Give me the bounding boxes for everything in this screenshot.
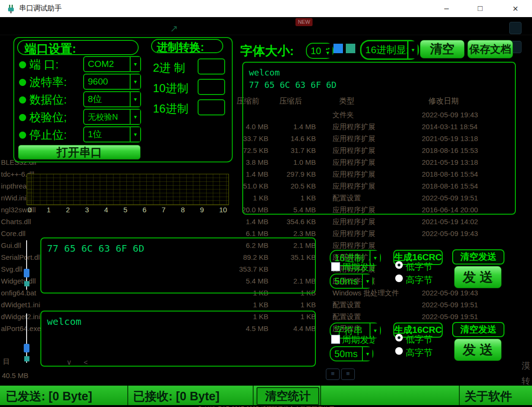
chevron-down-icon [407, 41, 418, 58]
port-settings-title: 端口设置: [17, 40, 139, 55]
periodic-send-label: 周期发送 [342, 261, 374, 274]
chart-x-tick: 4 [104, 206, 108, 214]
clear-send-button[interactable]: 清空发送 [452, 249, 504, 265]
statusbar-divider [459, 386, 460, 405]
font-size-label: 字体大小: [240, 43, 294, 59]
clear-stats-button[interactable]: 清空统计 [256, 387, 319, 405]
bullet-icon [19, 114, 26, 121]
serial-port-icon [6, 3, 16, 14]
font-size-spinner[interactable]: 10 ▴▾ [306, 43, 333, 59]
chart-x-tick: 9 [200, 206, 204, 214]
bullet-icon [19, 61, 26, 68]
port-settings-title-text: 端口设置: [25, 42, 76, 55]
open-port-button[interactable]: 打开串口 [18, 145, 141, 160]
high-byte-label: 高字节 [406, 274, 433, 286]
stopbits-select[interactable]: 1位 [83, 126, 141, 142]
about-button[interactable]: 关于软件 [465, 388, 512, 404]
color-swatch-blue[interactable] [333, 44, 343, 53]
chart-x-tick: 10 [219, 206, 227, 214]
stopbits-label: 停止位: [29, 127, 67, 142]
slider-mark-icon [24, 356, 29, 361]
high-byte-radio[interactable] [395, 274, 403, 282]
close-button[interactable]: × [504, 0, 526, 17]
chart-x-tick: 0 [28, 206, 31, 214]
minimize-button[interactable]: – [436, 0, 457, 17]
port-select[interactable]: COM2 [83, 56, 141, 72]
baud-select[interactable]: 9600 [83, 74, 141, 90]
low-byte-label: 低字节 [406, 261, 433, 273]
port-label: 端 口: [29, 57, 58, 72]
parity-select[interactable]: 无校验N [83, 109, 141, 125]
databits-select-value: 8位 [84, 93, 102, 105]
chevron-down-icon [362, 347, 372, 360]
low-byte-label: 低字节 [406, 333, 433, 346]
titlebar: 串口调试助手 – □ × [0, 0, 532, 17]
send-hex-textarea[interactable]: 77 65 6C 63 6F 6D [40, 237, 316, 293]
display-mode-select[interactable]: 16进制显示 [360, 40, 419, 60]
databits-label: 数据位: [29, 92, 67, 107]
dec-input[interactable] [198, 79, 225, 95]
chevron-down-icon [130, 75, 140, 89]
signal-chart [27, 174, 229, 205]
chart-x-tick: 8 [181, 206, 185, 214]
display-mode-value: 16进制显示 [361, 43, 407, 57]
clear-receive-button[interactable]: 清空 [420, 40, 465, 58]
hex-label: 16进制 [153, 101, 189, 116]
databits-select[interactable]: 8位 [83, 91, 141, 107]
port-select-value: COM2 [84, 59, 114, 69]
chart-x-tick: 7 [162, 206, 165, 214]
chart-x-axis: 012345678910 [28, 206, 227, 214]
send-hex-button[interactable]: 发 送 [454, 266, 502, 288]
parity-label: 校验位; [29, 110, 67, 125]
chevron-down-icon [130, 127, 140, 142]
periodic-send-checkbox[interactable] [331, 335, 340, 344]
bin-input[interactable] [198, 58, 225, 75]
receive-textarea[interactable]: welcom 77 65 6C 63 6F 6D [242, 62, 516, 215]
periodic-send-label: 周期发送 [342, 334, 374, 346]
chart-x-tick: 6 [142, 206, 146, 214]
spinner-arrows-icon: ▴▾ [323, 44, 332, 58]
slider-thumb[interactable] [24, 344, 29, 352]
stopbits-select-value: 1位 [84, 128, 102, 141]
slider-track[interactable] [26, 313, 27, 363]
send-str-slider[interactable] [23, 313, 30, 365]
save-doc-button[interactable]: 保存文档 [467, 40, 513, 58]
base-convert-title: 进制转换: [151, 39, 223, 53]
high-byte-label: 高字节 [406, 347, 433, 359]
chevron-down-icon [130, 92, 140, 106]
statusbar-divider [320, 386, 321, 405]
baud-select-value: 9600 [84, 76, 108, 87]
background-footer-strip: GsbWinRAR 2017-2025 精简版仅供个人学习研究使用 [0, 405, 532, 407]
sent-counter: 已发送: [0 Byte] [6, 388, 92, 404]
baud-label: 波特率: [29, 75, 67, 90]
slider-mark-icon [24, 281, 29, 286]
send-str-button[interactable]: 发 送 [454, 339, 502, 361]
dec-label: 10进制 [153, 81, 189, 96]
bullet-icon [19, 96, 26, 104]
interval-select[interactable]: 50ms [330, 274, 373, 289]
bullet-icon [19, 132, 26, 139]
chart-x-tick: 1 [47, 206, 50, 214]
hex-input[interactable] [198, 99, 225, 115]
maximize-button[interactable]: □ [469, 0, 491, 17]
send-str-textarea[interactable]: welcom [40, 311, 316, 367]
chart-x-tick: 2 [66, 206, 70, 214]
parity-select-value: 无校验N [84, 112, 118, 123]
interval-select[interactable]: 50ms [330, 346, 373, 361]
color-swatch-green[interactable] [346, 44, 355, 53]
interval-value: 50ms [331, 349, 358, 360]
chart-x-tick: 3 [85, 206, 89, 214]
chevron-down-icon [130, 110, 140, 124]
send-hex-slider[interactable] [23, 240, 30, 292]
low-byte-radio[interactable] [395, 261, 403, 269]
high-byte-radio[interactable] [395, 347, 403, 355]
statusbar: 已发送: [0 Byte] 已接收: [0 Byte] 清空统计 关于软件 [0, 386, 532, 405]
chevron-down-icon [130, 57, 140, 71]
slider-thumb[interactable] [24, 269, 29, 277]
clear-send-button[interactable]: 清空发送 [452, 322, 504, 337]
bin-label: 2进 制 [153, 60, 185, 76]
statusbar-divider [127, 386, 128, 405]
periodic-send-checkbox[interactable] [331, 262, 340, 271]
background-footer-note: GsbWinRAR 2017-2025 精简版仅供个人学习研究使用 [0, 405, 532, 407]
low-byte-radio[interactable] [395, 334, 403, 341]
